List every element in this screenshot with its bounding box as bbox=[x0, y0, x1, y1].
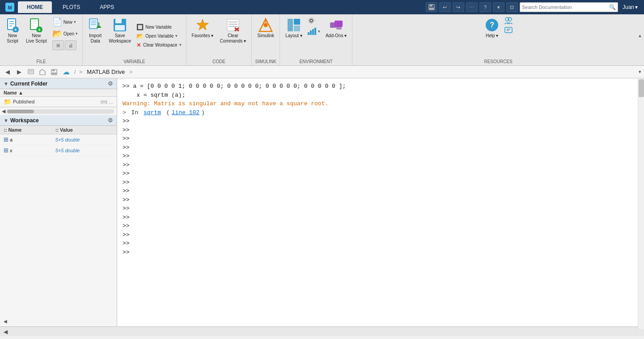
line-102-link[interactable]: line 102 bbox=[172, 108, 199, 117]
layout-bars-icon bbox=[308, 28, 317, 35]
cf-hscroll-thumb bbox=[7, 110, 34, 113]
preferences-button[interactable] bbox=[306, 16, 322, 25]
workspace-title: Workspace bbox=[10, 117, 106, 124]
open-variable-arrow: ▾ bbox=[175, 34, 178, 38]
cf-collapse-arrow[interactable]: ▼ bbox=[4, 81, 8, 86]
cloud-icon: ☁ bbox=[61, 68, 72, 76]
help-small-btn[interactable]: ? bbox=[479, 2, 491, 12]
new-dropdown-button[interactable]: 📄 New ▾ bbox=[51, 16, 80, 28]
expand-btn[interactable]: ⊡ bbox=[506, 2, 518, 12]
console-empty-12: >> bbox=[123, 213, 639, 222]
cf-scroll-left[interactable]: ◀ bbox=[2, 108, 5, 114]
svg-rect-38 bbox=[294, 19, 300, 25]
svg-rect-37 bbox=[288, 19, 293, 31]
ws-a-value: 5×5 double bbox=[52, 134, 117, 145]
compare-btn[interactable]: ⊞ bbox=[52, 40, 64, 50]
svg-rect-26 bbox=[122, 19, 123, 22]
addr-path[interactable]: MATLAB Drive bbox=[85, 69, 127, 75]
user-menu[interactable]: Juan ▾ bbox=[620, 4, 640, 10]
new-variable-icon: 🔲 bbox=[136, 24, 144, 30]
simulink-group-label: SIMULINK bbox=[254, 58, 277, 65]
svg-rect-25 bbox=[115, 25, 125, 30]
help-icon: ? bbox=[485, 18, 499, 32]
addr-dropdown-btn[interactable]: ▾ bbox=[639, 69, 641, 75]
ws-collapse-arrow[interactable]: ▼ bbox=[4, 118, 8, 123]
workspace-row-a[interactable]: ⊞ a 5×5 double bbox=[0, 134, 117, 145]
import-data-button[interactable]: ImportData bbox=[85, 16, 105, 46]
open-variable-button[interactable]: 📂 Open Variable ▾ bbox=[135, 32, 183, 40]
tab-home[interactable]: HOME bbox=[18, 1, 52, 13]
console-empty-14: >> bbox=[123, 231, 639, 240]
search-doc-input[interactable] bbox=[522, 4, 609, 10]
print-btn[interactable]: 🖨 bbox=[65, 40, 76, 50]
request-button[interactable] bbox=[503, 26, 514, 35]
ribbon-simulink-items: Simulink bbox=[254, 16, 277, 58]
prompt-1: >> bbox=[123, 82, 133, 91]
forward-btn[interactable]: ▶ bbox=[14, 68, 24, 77]
search-doc-icon: 🔍 bbox=[609, 4, 616, 10]
ws-x-name: x bbox=[10, 148, 13, 153]
help-button[interactable]: ? Help ▾ bbox=[482, 16, 502, 40]
ws-x-icon: ⊞ bbox=[4, 147, 8, 154]
layout-button[interactable]: Layout ▾ bbox=[283, 16, 305, 40]
svg-rect-51 bbox=[505, 27, 512, 33]
ws-settings-icon[interactable]: ⚙ bbox=[108, 117, 113, 124]
console-empty-16: >> bbox=[123, 248, 639, 257]
svg-rect-54 bbox=[28, 69, 34, 74]
console-empty-8: >> bbox=[123, 178, 639, 187]
addr-sep1: / bbox=[73, 69, 76, 75]
simulink-button[interactable]: Simulink bbox=[254, 16, 277, 40]
addons-button[interactable]: Add-Ons ▾ bbox=[323, 16, 349, 40]
tab-apps[interactable]: APPS bbox=[91, 1, 123, 13]
browse-btn[interactable] bbox=[38, 68, 47, 77]
svg-rect-43 bbox=[310, 30, 312, 35]
console-content[interactable]: >> a = [0 0 0 0 1; 0 0 0 0 0; 0 0 0 0 0;… bbox=[117, 78, 644, 326]
clear-workspace-button[interactable]: ✕ Clear Workspace ▾ bbox=[135, 41, 183, 49]
clear-commands-button[interactable]: ClearCommands ▾ bbox=[217, 16, 249, 46]
addr-save-btn[interactable] bbox=[49, 68, 59, 77]
redo-btn[interactable]: ↪ bbox=[453, 2, 464, 12]
cf-folder-item[interactable]: 📁 Published (m) ... bbox=[0, 97, 117, 107]
ribbon-expand-btn[interactable]: ▲ bbox=[636, 14, 644, 56]
settings-btn[interactable]: ▾ bbox=[493, 2, 504, 12]
back-btn[interactable]: ◀ bbox=[3, 68, 13, 77]
workspace-row-x[interactable]: ⊞ x 5×5 double bbox=[0, 145, 117, 156]
favorites-button[interactable]: Favorites ▾ bbox=[189, 16, 216, 40]
empty-prompt-11: >> bbox=[123, 204, 130, 213]
new-live-script-button[interactable]: + NewLive Script bbox=[23, 16, 50, 46]
folder-more-btn[interactable]: ... bbox=[109, 99, 113, 104]
cf-settings-icon[interactable]: ⚙ bbox=[108, 80, 113, 87]
new-script-button[interactable]: + NewScript bbox=[3, 16, 22, 46]
search-doc-bar[interactable]: 🔍 bbox=[520, 2, 618, 12]
environment-group-label: ENVIRONMENT bbox=[283, 58, 349, 65]
tab-plots[interactable]: PLOTS bbox=[54, 1, 89, 13]
simulink-icon bbox=[258, 18, 273, 32]
console-empty-3: >> bbox=[123, 134, 639, 143]
sqrtm-link[interactable]: sqrtm bbox=[144, 108, 161, 117]
empty-prompt-16: >> bbox=[123, 248, 130, 257]
favorites-icon bbox=[195, 18, 210, 32]
cf-hscrollbar[interactable] bbox=[6, 109, 114, 114]
community-button[interactable] bbox=[503, 16, 514, 25]
ribbon-group-file: + NewScript + NewLive Scri bbox=[0, 14, 83, 65]
more-btn[interactable]: ⋯ bbox=[466, 2, 478, 12]
favorites-label: Favorites ▾ bbox=[192, 33, 214, 39]
save-icon-btn[interactable] bbox=[426, 2, 437, 12]
svg-rect-44 bbox=[312, 29, 314, 35]
import-data-icon bbox=[88, 18, 102, 32]
up-btn[interactable] bbox=[26, 68, 36, 77]
sidebar-bottom-arrow[interactable]: ◀ bbox=[0, 318, 117, 325]
info-post: ( bbox=[163, 108, 170, 117]
layout-bars-button[interactable]: ▾ bbox=[306, 27, 322, 36]
import-data-label: ImportData bbox=[89, 33, 102, 44]
open-button[interactable]: 📂 Open ▾ bbox=[51, 28, 80, 39]
status-arrow[interactable]: ◀ bbox=[4, 329, 8, 335]
svg-point-35 bbox=[264, 23, 268, 27]
save-workspace-button[interactable]: SaveWorkspace bbox=[106, 16, 134, 46]
new-icon: 📄 bbox=[52, 17, 62, 27]
empty-prompt-14: >> bbox=[123, 231, 130, 240]
new-variable-button[interactable]: 🔲 New Variable bbox=[135, 23, 183, 31]
console-vscrollbar[interactable] bbox=[638, 78, 644, 326]
code-1: a = [0 0 0 0 1; 0 0 0 0 0; 0 0 0 0 0; 0 … bbox=[133, 82, 346, 91]
undo-btn[interactable]: ↩ bbox=[439, 2, 451, 12]
